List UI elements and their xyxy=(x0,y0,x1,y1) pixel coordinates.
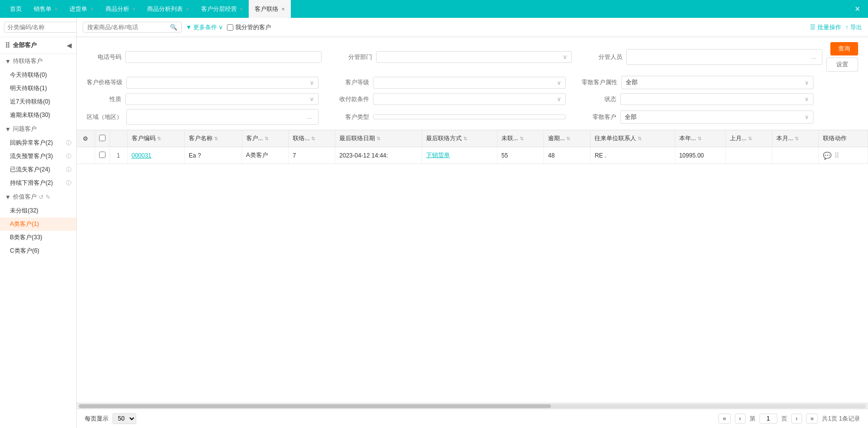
sidebar-item-class-a[interactable]: A类客户(1) xyxy=(0,217,76,231)
horizontal-scrollbar[interactable] xyxy=(77,403,868,409)
price-level-select[interactable]: ∨ xyxy=(126,77,319,89)
nav-purchase[interactable]: 进货单 × xyxy=(63,0,99,18)
last-page-btn[interactable]: » xyxy=(806,414,818,424)
row-method-link[interactable]: 下销货单 xyxy=(426,152,450,159)
sort-icon-type[interactable]: ⇅ xyxy=(265,136,269,141)
retail-customer-select[interactable]: 全部 ∨ xyxy=(620,110,814,124)
sort-icon-year[interactable]: ⇅ xyxy=(698,136,702,141)
section-problem-customers[interactable]: ▼ 问题客户 xyxy=(0,122,76,136)
payment-select[interactable]: ∨ xyxy=(373,93,566,105)
ellipsis-icon[interactable]: ... xyxy=(809,52,818,62)
my-customers-checkbox[interactable]: 我分管的客户 xyxy=(227,23,271,32)
nav-goods-analysis-list[interactable]: 商品分析列表 × xyxy=(141,0,195,18)
page-number-input[interactable] xyxy=(760,414,777,424)
price-level-field: 客户价格等级 ∨ xyxy=(87,77,319,89)
chevron-icon-3: ∨ xyxy=(557,79,561,86)
phone-field: 电话号码 xyxy=(87,51,322,63)
sidebar-search-input[interactable] xyxy=(4,22,77,33)
select-all-checkbox[interactable] xyxy=(99,135,106,141)
sort-icon-this-month[interactable]: ⇅ xyxy=(795,136,799,141)
contact-col-header: 联络... ⇅ xyxy=(288,130,335,147)
close-purchase-tab[interactable]: × xyxy=(90,6,93,12)
sidebar-item-tomorrow[interactable]: 明天待联络(1) xyxy=(0,82,76,95)
scrollbar-thumb[interactable] xyxy=(79,404,551,408)
sort-icon-last-month[interactable]: ⇅ xyxy=(748,136,752,141)
close-customer-contact-tab[interactable]: × xyxy=(281,6,284,12)
manager-select[interactable]: ... xyxy=(626,49,822,65)
dept-select[interactable]: ∨ xyxy=(376,51,572,63)
batch-op-btn[interactable]: ☰ 批量操作 xyxy=(810,23,841,32)
sidebar-item-churned[interactable]: 已流失客户(24) ⓘ xyxy=(0,163,76,176)
sidebar-item-churn-warning[interactable]: 流失预警客户(3) ⓘ xyxy=(0,150,76,163)
close-customer-layer-tab[interactable]: × xyxy=(240,6,243,12)
my-customers-check[interactable] xyxy=(227,24,233,31)
sort-icon-date[interactable]: ⇅ xyxy=(377,136,380,141)
region-select[interactable]: ... xyxy=(126,109,319,125)
more-filters-btn[interactable]: ▼ 更多条件 ∨ xyxy=(186,23,223,32)
sort-icon-code[interactable]: ⇅ xyxy=(157,136,161,141)
sidebar-all-customers[interactable]: ⠿ 全部客户 ◀ xyxy=(0,37,76,54)
filter-search-icon[interactable]: 🔍 xyxy=(170,24,177,31)
sidebar-item-unclassified[interactable]: 未分组(32) xyxy=(0,204,76,217)
sort-icon-contact[interactable]: ⇅ xyxy=(311,136,315,141)
retail-customer-field: 零散客户 全部 ∨ xyxy=(582,110,814,124)
arrow-down-icon: ▼ xyxy=(5,58,11,65)
sidebar-item-declining[interactable]: 持续下滑客户(2) ⓘ xyxy=(0,176,76,190)
sidebar-item-class-c[interactable]: C类客户(6) xyxy=(0,244,76,258)
chevron-icon-5: ∨ xyxy=(310,96,314,103)
window-close-btn[interactable]: × xyxy=(851,4,864,14)
sidebar-item-today[interactable]: 今天待联络(0) xyxy=(0,68,76,82)
export-btn[interactable]: ↑ 导出 xyxy=(845,23,862,32)
customer-type-select[interactable] xyxy=(373,114,566,119)
retail-attr-select[interactable]: 全部 ∨ xyxy=(621,76,814,89)
no-contact-col-header: 未联... ⇅ xyxy=(497,130,543,147)
row-code-link[interactable]: 000031 xyxy=(132,152,152,159)
status-select[interactable]: ∨ xyxy=(620,93,814,105)
top-nav: 首页 销售单 × 进货单 × 商品分析 × 商品分析列表 × 客户分层经营 × … xyxy=(0,0,868,18)
first-page-btn[interactable]: « xyxy=(718,414,731,424)
nav-sales[interactable]: 销售单 × xyxy=(28,0,63,18)
message-icon[interactable]: 💬 xyxy=(823,152,831,160)
query-button[interactable]: 查询 xyxy=(830,42,858,55)
unit-contact-col-header: 往来单位联系人 ⇅ xyxy=(591,130,675,147)
sidebar-item-overdue[interactable]: 逾期未联络(30) xyxy=(0,108,76,122)
nav-customer-layer[interactable]: 客户分层经营 × xyxy=(195,0,249,18)
sidebar-item-repurchase-abnormal[interactable]: 回购异常客户(2) ⓘ xyxy=(0,136,76,150)
info-icon-4: ⓘ xyxy=(66,179,71,187)
edit-icon[interactable]: ✎ xyxy=(46,194,51,201)
sidebar-item-class-b[interactable]: B类客户(33) xyxy=(0,231,76,244)
nav-goods-analysis[interactable]: 商品分析 × xyxy=(100,0,141,18)
overdue-col-header: 逾期... ⇅ xyxy=(544,130,591,147)
section-value-customers[interactable]: ▼ 价值客户 ↺ ✎ xyxy=(0,190,76,204)
sort-icon-unit[interactable]: ⇅ xyxy=(638,136,642,141)
settings-button[interactable]: 设置 xyxy=(826,57,858,72)
row-checkbox[interactable] xyxy=(99,152,106,158)
table-header-row: ⚙ 客户编码 ⇅ xyxy=(77,130,868,147)
sort-icon-overdue[interactable]: ⇅ xyxy=(566,136,570,141)
table-footer: 每页显示 50 « ‹ 第 页 › » 共1页 1条记录 xyxy=(77,409,868,428)
sort-icon-name[interactable]: ⇅ xyxy=(214,136,218,141)
region-field: 区域（地区） ... xyxy=(87,109,319,125)
sort-icon-method[interactable]: ⇅ xyxy=(463,136,467,141)
sort-icon-no-contact[interactable]: ⇅ xyxy=(520,136,524,141)
sidebar-search-container: 🔍 xyxy=(0,18,76,37)
phone-input[interactable] xyxy=(125,51,322,63)
row-this-year-cell: 10995.00 xyxy=(675,147,725,164)
close-sales-tab[interactable]: × xyxy=(54,6,57,12)
prev-page-btn[interactable]: ‹ xyxy=(735,414,746,424)
refresh-icon[interactable]: ↺ xyxy=(39,194,44,201)
ellipsis-icon-2[interactable]: ... xyxy=(305,111,314,122)
close-goods-analysis-tab[interactable]: × xyxy=(132,6,135,12)
next-page-btn[interactable]: › xyxy=(791,414,802,424)
gear-icon[interactable]: ⚙ xyxy=(83,135,88,142)
sidebar-item-7days[interactable]: 近7天待联络(0) xyxy=(0,95,76,108)
nature-select[interactable]: ∨ xyxy=(125,93,319,105)
qr-icon[interactable]: ⠿ xyxy=(834,152,839,160)
nav-home[interactable]: 首页 xyxy=(4,0,28,18)
filter-search-input[interactable] xyxy=(87,24,170,31)
customer-level-select[interactable]: ∨ xyxy=(373,77,566,89)
nav-customer-contact[interactable]: 客户联络 × xyxy=(249,0,290,18)
section-pending-contact[interactable]: ▼ 待联络客户 xyxy=(0,54,76,68)
close-goods-list-tab[interactable]: × xyxy=(186,6,189,12)
page-size-select[interactable]: 50 xyxy=(112,413,136,424)
